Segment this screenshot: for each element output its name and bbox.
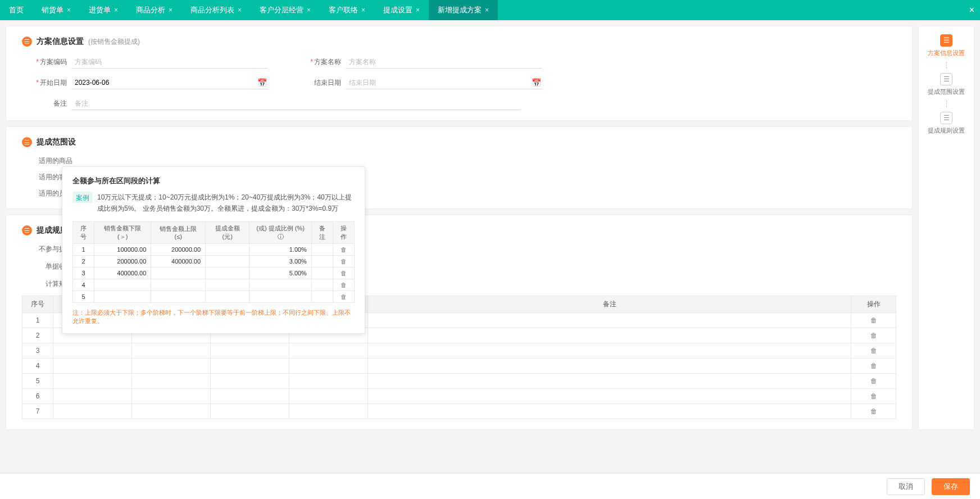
delete-icon[interactable]: 🗑	[870, 407, 877, 415]
anchor-nav: ☰ 方案信息设置 ☰ 提成范围设置 ☰ 提成规则设置	[918, 26, 974, 430]
tab-customer-tier[interactable]: 客户分层经营×	[251, 0, 320, 20]
popover-note: 注：上限必须大于下限；多个阶梯时，下一个阶梯下限要等于前一阶梯上限；不同行之间下…	[72, 309, 355, 325]
delete-icon[interactable]: 🗑	[341, 246, 347, 253]
section-icon: ☰	[22, 137, 32, 147]
delete-icon[interactable]: 🗑	[870, 377, 877, 385]
tab-product-analysis[interactable]: 商品分析×	[127, 0, 182, 20]
table-row[interactable]: 4🗑	[22, 359, 896, 374]
label-remark: 备注	[28, 99, 67, 108]
tab-commission-settings[interactable]: 提成设置×	[374, 0, 429, 20]
delete-icon[interactable]: 🗑	[870, 362, 877, 370]
close-icon[interactable]: ×	[361, 6, 365, 14]
tabs-bar: 首页 销货单× 进货单× 商品分析× 商品分析列表× 客户分层经营× 客户联络×…	[0, 0, 980, 20]
panel-title: 方案信息设置	[37, 37, 84, 47]
section-icon: ☰	[22, 225, 32, 235]
table-row: 5🗑	[73, 291, 355, 302]
close-icon[interactable]: ×	[307, 6, 311, 14]
close-icon[interactable]: ×	[416, 6, 420, 14]
label-plan-name: *方案名称	[302, 57, 341, 67]
input-plan-name[interactable]	[346, 56, 542, 69]
nav-icon: ☰	[940, 112, 952, 124]
th-idx: 序号	[22, 296, 53, 313]
close-all-tabs-icon[interactable]: ×	[969, 5, 974, 15]
table-row: 4🗑	[73, 279, 355, 291]
panel-subtitle: (按销售金额提成)	[88, 37, 140, 47]
delete-icon[interactable]: 🗑	[341, 282, 347, 288]
close-icon[interactable]: ×	[238, 6, 242, 14]
section-icon: ☰	[22, 37, 32, 47]
th-action: 操作	[851, 296, 896, 313]
label-end-date: 结束日期	[302, 78, 341, 88]
delete-icon[interactable]: 🗑	[341, 293, 347, 300]
table-row[interactable]: 5🗑	[22, 374, 896, 389]
close-icon[interactable]: ×	[485, 6, 489, 14]
input-start-date[interactable]	[71, 76, 268, 89]
delete-icon[interactable]: 🗑	[341, 270, 347, 276]
input-remark[interactable]	[71, 97, 521, 110]
tab-sales-order[interactable]: 销货单×	[33, 0, 80, 20]
tab-purchase-order[interactable]: 进货单×	[80, 0, 127, 20]
nav-step-rule[interactable]: ☰ 提成规则设置	[928, 112, 965, 135]
nav-icon: ☰	[940, 73, 952, 85]
popover-title: 全额参与所在区间段的计算	[72, 176, 355, 186]
table-row[interactable]: 7🗑	[22, 404, 896, 419]
table-row: 2200000.00400000.003.00%🗑	[73, 255, 355, 267]
panel-plan-info: ☰ 方案信息设置 (按销售金额提成) *方案编码 *方案名称	[6, 26, 913, 121]
nav-step-scope[interactable]: ☰ 提成范围设置	[928, 73, 965, 96]
tab-customer-contact[interactable]: 客户联络×	[320, 0, 374, 20]
label-goods-scope: 适用的商品	[28, 156, 72, 166]
example-popover: 全额参与所在区间段的计算 案例 10万元以下无提成；10~20万元提成比例为1%…	[62, 166, 365, 334]
nav-icon: ☰	[940, 34, 952, 47]
delete-icon[interactable]: 🗑	[341, 258, 347, 265]
delete-icon[interactable]: 🗑	[870, 332, 877, 339]
tab-new-commission-plan[interactable]: 新增提成方案×	[429, 0, 498, 20]
close-icon[interactable]: ×	[169, 6, 173, 14]
delete-icon[interactable]: 🗑	[870, 392, 877, 400]
nav-step-info[interactable]: ☰ 方案信息设置	[928, 34, 965, 57]
table-row: 3400000.005.00%🗑	[73, 267, 355, 279]
delete-icon[interactable]: 🗑	[870, 316, 877, 324]
label-plan-code: *方案编码	[28, 57, 67, 67]
example-table: 序号 销售金额下限 (＞) 销售金额上限 (≤) 提成金额 (元) (或) 提成…	[72, 221, 355, 303]
table-row[interactable]: 3🗑	[22, 343, 896, 359]
table-row: 1100000.00200000.001.00%🗑	[73, 243, 355, 255]
close-icon[interactable]: ×	[114, 6, 118, 14]
table-row[interactable]: 6🗑	[22, 389, 896, 404]
label-start-date: *开始日期	[28, 78, 67, 88]
tab-product-analysis-list[interactable]: 商品分析列表×	[182, 0, 251, 20]
th-remark: 备注	[368, 296, 851, 313]
panel-title: 提成范围设	[37, 137, 76, 147]
delete-icon[interactable]: 🗑	[870, 347, 877, 355]
close-icon[interactable]: ×	[67, 6, 71, 14]
tab-home[interactable]: 首页	[0, 0, 33, 20]
example-tag: 案例	[72, 192, 93, 203]
input-end-date[interactable]	[346, 76, 542, 89]
input-plan-code[interactable]	[71, 56, 268, 69]
example-text: 10万元以下无提成；10~20万元提成比例为1%；20~40万提成比例为3%；4…	[97, 192, 355, 215]
